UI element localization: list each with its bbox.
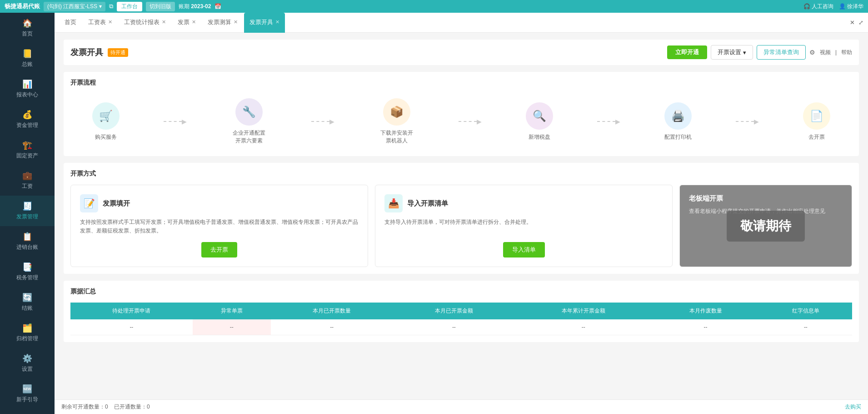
sidebar-item-label: 首页 (22, 30, 33, 38)
tab-invoice-close[interactable]: ✕ (192, 19, 196, 25)
guide-icon: 🆕 (22, 384, 32, 394)
tax-icon: 📑 (22, 262, 32, 272)
tax-disk-icon: 🔍 (526, 102, 553, 130)
process-divider-5: ▶ (736, 118, 759, 125)
buy-link[interactable]: 去购买 (845, 403, 861, 411)
period-label: 账期 2023-02 📅 (179, 3, 221, 10)
method-import-icon: 📥 (384, 194, 403, 212)
method-manual-title: 发票填开 (103, 199, 130, 208)
settings-dropdown-icon: ▾ (743, 49, 746, 56)
header-icons: ⚙ 视频 | 帮助 (809, 49, 852, 56)
sidebar-item-archive[interactable]: 🗂️ 归档管理 (0, 318, 55, 348)
ticket-settings-button[interactable]: 开票设置 ▾ (711, 45, 753, 60)
method-manual-icon: 📝 (80, 194, 98, 212)
sidebar-item-label: 总账 (22, 61, 33, 68)
sidebar-item-funds[interactable]: 💰 资金管理 (0, 104, 55, 135)
sidebar-item-reports[interactable]: 📊 报表中心 (0, 74, 55, 104)
sidebar-item-guide[interactable]: 🆕 新手引导 (0, 379, 55, 409)
import-list-button[interactable]: 导入清单 (503, 242, 545, 257)
sidebar-item-home[interactable]: 🏠 首页 (0, 13, 55, 43)
tab-bar: 首页 工资表 ✕ 工资统计报表 ✕ 发票 ✕ 发票测算 ✕ 发票开具 ✕ (55, 13, 868, 33)
process-divider-3: ▶ (459, 118, 482, 125)
methods-row: 📝 发票填开 支持按照发票样式手工填写开发票；可开具增值税电子普通发票、增值税普… (70, 185, 852, 267)
tab-salary-table-close[interactable]: ✕ (108, 19, 112, 25)
content-area: 首页 工资表 ✕ 工资统计报表 ✕ 发票 ✕ 发票测算 ✕ 发票开具 ✕ (55, 13, 868, 414)
sidebar-item-label: 发票管理 (16, 213, 38, 221)
top-bar: 畅捷通易代账 (勾到) 江西服宝-LSS ▾ ⧉ 工作台 切到旧版 账期 202… (0, 0, 868, 13)
sidebar-item-settlement[interactable]: 🔄 结账 (0, 287, 55, 318)
cell-monthly-count: -- (271, 319, 393, 335)
settlement-icon: 🔄 (22, 293, 32, 303)
setup-label: 企业开通配置开票六要素 (231, 129, 267, 145)
tab-invoice[interactable]: 发票 ✕ (172, 13, 201, 33)
period-edit-icon[interactable]: 📅 (215, 3, 221, 10)
process-step-setup[interactable]: 🔧 企业开通配置开票六要素 (231, 98, 267, 145)
immediate-open-button[interactable]: 立即开通 (667, 45, 707, 59)
sidebar: 🏠 首页 📒 总账 📊 报表中心 💰 资金管理 🏗️ 固定资产 💼 工资 🧾 发… (0, 13, 55, 414)
col-monthly-amount: 本月已开票金额 (393, 303, 515, 319)
tab-salary-report-close[interactable]: ✕ (162, 19, 166, 25)
method-manual-header: 📝 发票填开 (80, 194, 359, 212)
tab-expand-icon[interactable]: ⤢ (858, 19, 863, 26)
tab-home[interactable]: 首页 (59, 13, 82, 33)
tab-invoice-calc-close[interactable]: ✕ (234, 19, 238, 25)
sidebar-item-settings[interactable]: ⚙️ 设置 (0, 348, 55, 379)
sidebar-item-salary[interactable]: 💼 工资 (0, 165, 55, 196)
sidebar-item-assets[interactable]: 🏗️ 固定资产 (0, 135, 55, 165)
tab-close-all-icon[interactable]: ✕ (850, 19, 855, 26)
cell-yearly-amount: -- (515, 319, 652, 335)
page-header: 发票开具 待开通 立即开通 开票设置 ▾ 异常清单查询 ⚙ 视频 | 帮助 (64, 40, 859, 65)
tab-invoice-calc[interactable]: 发票测算 ✕ (202, 13, 243, 33)
tab-bar-right: ✕ ⤢ (850, 19, 863, 26)
summary-section: 票据汇总 待处理开票申请 异常单票 本月已开票数量 本月已开票金额 本年累计开票… (64, 281, 859, 342)
process-step-buy-service[interactable]: 🛒 购买服务 (92, 102, 120, 141)
cell-void-count: -- (652, 319, 759, 335)
switch-old-button[interactable]: 切到旧版 (146, 2, 175, 11)
app-logo: 畅捷通易代账 (5, 2, 40, 10)
page-title-area: 发票开具 待开通 (70, 47, 128, 58)
workbench-button[interactable]: 工作台 (117, 2, 142, 11)
main-layout: 🏠 首页 📒 总账 📊 报表中心 💰 资金管理 🏗️ 固定资产 💼 工资 🧾 发… (0, 13, 868, 414)
sidebar-item-label: 结账 (22, 304, 33, 312)
help-label[interactable]: 帮助 (841, 49, 852, 56)
funds-icon: 💰 (22, 110, 32, 120)
process-divider-2: ▶ (311, 118, 334, 125)
company-selector[interactable]: (勾到) 江西服宝-LSS ▾ (44, 2, 105, 11)
process-step-printer[interactable]: 🖨️ 配置打印机 (664, 102, 692, 141)
sidebar-item-member[interactable]: ⭐ 畅会员 (0, 409, 55, 414)
method-section: 开票方式 📝 发票填开 支持按照发票样式手工填写开发票；可开具增值税电子普通发票… (64, 163, 859, 274)
process-step-download[interactable]: 📦 下载并安装开票机器人 (379, 98, 415, 145)
consult-button[interactable]: 🎧 人工咨询 (803, 3, 833, 10)
tab-invoice-label: 发票 (178, 18, 190, 26)
used-label: 已开通数量：0 (114, 404, 150, 410)
tab-salary-table[interactable]: 工资表 ✕ (83, 13, 118, 33)
tab-invoice-tool-close[interactable]: ✕ (275, 19, 279, 25)
go-issue-button[interactable]: 去开票 (201, 242, 237, 257)
settings-icon: ⚙️ (22, 353, 32, 364)
sidebar-item-tax[interactable]: 📑 税务管理 (0, 257, 55, 287)
tab-salary-report[interactable]: 工资统计报表 ✕ (119, 13, 171, 33)
sidebar-item-purchase-sales[interactable]: 📋 进销台账 (0, 226, 55, 257)
reports-icon: 📊 (22, 79, 32, 89)
method-import-desc: 支持导入待开票清单，可对待开票清单进行拆分、合并处理。 (384, 218, 663, 235)
abnormal-list-button[interactable]: 异常清单查询 (757, 45, 806, 60)
sidebar-item-invoice[interactable]: 🧾 发票管理 (0, 196, 55, 226)
sidebar-item-label: 进销台账 (16, 243, 38, 251)
buy-service-icon: 🛒 (92, 102, 120, 130)
copy-icon[interactable]: ⧉ (109, 3, 113, 10)
sidebar-item-label: 报表中心 (16, 91, 38, 99)
bottom-bar-info: 剩余可开通数量：0 已开通数量：0 (61, 403, 150, 411)
method-import-header: 📥 导入开票清单 (384, 194, 663, 212)
process-step-issue[interactable]: 📄 去开票 (803, 102, 830, 141)
status-badge: 待开通 (108, 48, 128, 57)
sidebar-item-ledger[interactable]: 📒 总账 (0, 43, 55, 74)
user-info[interactable]: 👤 徐泽华 (839, 3, 863, 10)
view-label[interactable]: 视频 (820, 49, 831, 56)
col-monthly-count: 本月已开票数量 (271, 303, 393, 319)
company-dropdown-icon: ▾ (99, 3, 102, 10)
company-name: (勾到) 江西服宝-LSS (47, 3, 97, 10)
tab-invoice-tool[interactable]: 发票开具 ✕ (244, 13, 285, 33)
process-step-tax-disk[interactable]: 🔍 新增税盘 (526, 102, 553, 141)
cell-abnormal: -- (193, 319, 271, 335)
cell-monthly-amount: -- (393, 319, 515, 335)
